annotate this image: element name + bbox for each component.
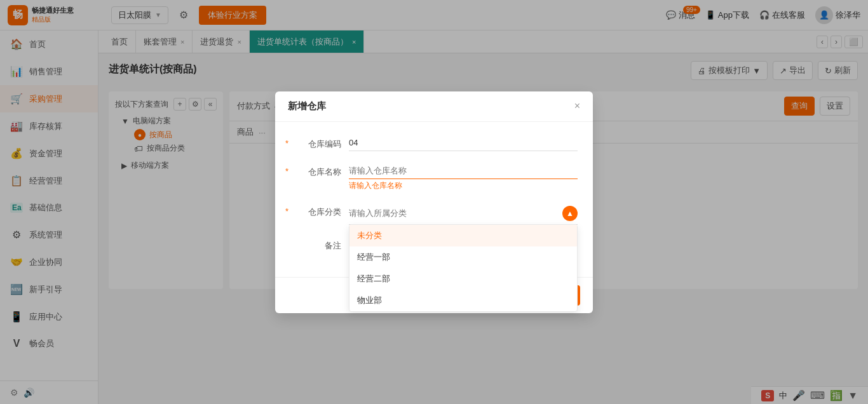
name-error-msg: 请输入仓库名称 <box>349 180 578 191</box>
category-input[interactable] <box>349 208 562 218</box>
category-toggle-button[interactable]: ▲ <box>562 206 578 221</box>
category-option-unclassified[interactable]: 未分类 <box>349 225 577 246</box>
category-option-dept2[interactable]: 经营二部 <box>349 268 577 290</box>
modal-header: 新增仓库 × <box>275 91 593 122</box>
warehouse-code-input[interactable] <box>349 135 578 151</box>
category-label: 仓库分类 <box>290 203 341 218</box>
code-label: 仓库编码 <box>290 135 341 150</box>
modal-body: 仓库编码 仓库名称 请输入仓库名称 仓库分类 ▲ <box>275 122 593 277</box>
category-option-property[interactable]: 物业部 <box>349 290 577 311</box>
add-warehouse-modal: 新增仓库 × 仓库编码 仓库名称 请输入仓库名称 仓库分类 <box>275 91 593 313</box>
category-dropdown-list: 未分类 经营一部 经营二部 物业部 <box>349 224 578 312</box>
warehouse-name-input[interactable] <box>349 163 578 179</box>
name-field-wrap: 请输入仓库名称 <box>349 163 578 191</box>
category-option-dept1[interactable]: 经营一部 <box>349 246 577 268</box>
modal-overlay: 新增仓库 × 仓库编码 仓库名称 请输入仓库名称 仓库分类 <box>0 0 868 404</box>
modal-close-button[interactable]: × <box>574 100 580 112</box>
form-row-category: 仓库分类 ▲ 未分类 经营一部 经营二部 物业部 <box>290 203 578 225</box>
form-row-code: 仓库编码 <box>290 135 578 151</box>
category-dropdown-wrap: ▲ 未分类 经营一部 经营二部 物业部 <box>349 203 578 225</box>
name-label: 仓库名称 <box>290 163 341 178</box>
form-row-name: 仓库名称 请输入仓库名称 <box>290 163 578 191</box>
category-input-row: ▲ <box>349 203 578 225</box>
modal-title: 新增仓库 <box>288 100 326 112</box>
code-field-wrap <box>349 135 578 151</box>
notes-label: 备注 <box>290 236 341 252</box>
